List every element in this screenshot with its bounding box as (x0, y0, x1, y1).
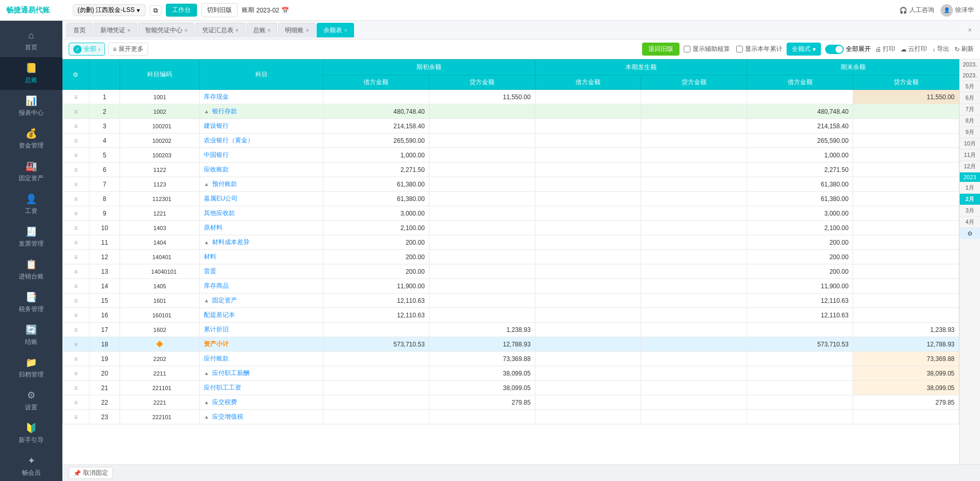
row-name-link-11[interactable]: 材料 (204, 253, 216, 260)
expand-icon-10[interactable]: ▲ (204, 239, 209, 245)
row-settings-13[interactable]: ≡ (63, 279, 89, 293)
row-settings-15[interactable]: ≡ (63, 308, 89, 323)
tab-balance[interactable]: 余额表 × (317, 23, 354, 37)
row-name-link-9[interactable]: 原材料 (204, 224, 223, 231)
tab-smart-voucher-close[interactable]: × (185, 28, 188, 33)
row-name-0[interactable]: 库存现金 (200, 90, 323, 104)
refresh-button[interactable]: ↻ 刷新 (955, 45, 974, 54)
row-name-4[interactable]: 中国银行 (200, 148, 323, 163)
sidebar-item-member[interactable]: ✦ 畅会员 (0, 450, 62, 481)
row-name-link-2[interactable]: 建设银行 (204, 122, 229, 129)
consult-button[interactable]: 🎧 人工咨询 (899, 6, 934, 15)
row-settings-22[interactable]: ≡ (63, 410, 89, 424)
row-name-6[interactable]: ▲ 预付账款 (200, 177, 323, 192)
row-settings-2[interactable]: ≡ (63, 119, 89, 133)
row-name-8[interactable]: 其他应收款 (200, 206, 323, 221)
month-9[interactable]: 9月 (960, 127, 980, 138)
tab-smart-voucher[interactable]: 智能凭证中心 × (138, 23, 194, 37)
row-settings-7[interactable]: ≡ (63, 192, 89, 206)
row-settings-0[interactable]: ≡ (63, 90, 89, 104)
expand-icon-22[interactable]: ▲ (204, 414, 209, 420)
sidebar-item-fixed-assets[interactable]: 🏭 固定资产 (0, 155, 62, 188)
row-name-link-19[interactable]: 应付职工薪酬 (212, 369, 250, 377)
tab-voucher-summary[interactable]: 凭证汇总表 × (195, 23, 245, 37)
show-ytd-checkbox[interactable]: 显示本年累计 (736, 45, 782, 54)
row-name-21[interactable]: ▲ 应交税费 (200, 395, 323, 410)
row-settings-8[interactable]: ≡ (63, 206, 89, 221)
month-2-current[interactable]: 2月 (960, 194, 980, 205)
month-12[interactable]: 12月 (960, 161, 980, 172)
sidebar-item-settings[interactable]: ⚙ 设置 (0, 384, 62, 417)
month-4[interactable]: 4月 (960, 217, 980, 228)
workbench-button[interactable]: 工作台 (166, 4, 197, 17)
row-name-link-7[interactable]: 嘉属EU公司 (204, 195, 238, 202)
cloud-print-button[interactable]: ☁ 云打印 (900, 45, 927, 54)
month-6[interactable]: 6月 (960, 92, 980, 104)
sidebar-item-home[interactable]: ⌂ 首页 (0, 25, 62, 57)
sidebar-item-settlement[interactable]: 🔄 结账 (0, 319, 62, 352)
header-settings[interactable]: ⚙ (63, 60, 89, 90)
row-name-link-15[interactable]: 配提差记本 (204, 311, 235, 318)
row-name-14[interactable]: ▲ 固定资产 (200, 293, 323, 308)
month-3[interactable]: 3月 (960, 205, 980, 217)
sidebar-item-ledger[interactable]: 📒 总账 (0, 57, 62, 90)
row-settings-19[interactable]: ≡ (63, 366, 89, 381)
month-1[interactable]: 1月 (960, 182, 980, 194)
expand-icon-1[interactable]: ▲ (204, 109, 209, 114)
tab-detail-ledger-close[interactable]: × (306, 28, 309, 33)
month-10[interactable]: 10月 (960, 138, 980, 150)
tab-detail-ledger[interactable]: 明细账 × (278, 23, 316, 37)
row-name-5[interactable]: 应收账款 (200, 163, 323, 177)
row-name-link-13[interactable]: 库存商品 (204, 282, 229, 289)
nav-expand-btn[interactable]: ⊙ (960, 228, 980, 239)
sidebar-item-sales[interactable]: 📋 进销台账 (0, 253, 62, 286)
row-name-20[interactable]: 应付职工工资 (200, 381, 323, 395)
row-settings-4[interactable]: ≡ (63, 148, 89, 163)
row-settings-14[interactable]: ≡ (63, 293, 89, 308)
row-name-link-6[interactable]: 预付账款 (212, 180, 237, 188)
row-settings-20[interactable]: ≡ (63, 381, 89, 395)
row-settings-5[interactable]: ≡ (63, 163, 89, 177)
row-settings-12[interactable]: ≡ (63, 264, 89, 279)
expand-icon-21[interactable]: ▲ (204, 399, 209, 405)
tab-home[interactable]: 首页 (67, 23, 93, 37)
all-filter-button[interactable]: ✓ 全部 › (69, 43, 105, 56)
row-settings-10[interactable]: ≡ (63, 235, 89, 250)
year-2023-top[interactable]: 2023. (960, 59, 980, 70)
sidebar-item-invoice[interactable]: 🧾 发票管理 (0, 221, 62, 253)
row-name-10[interactable]: ▲ 材料成本差异 (200, 235, 323, 250)
unpin-button[interactable]: 📌 取消固定 (69, 467, 113, 479)
expand-icon-6[interactable]: ▲ (204, 181, 209, 187)
user-profile[interactable]: 👤 徐泽华 (940, 4, 974, 17)
format-button[interactable]: 全额式 ▾ (787, 43, 821, 56)
sidebar-item-salary[interactable]: 👤 工资 (0, 188, 62, 221)
row-name-16[interactable]: 累计折旧 (200, 323, 323, 337)
row-settings-11[interactable]: ≡ (63, 250, 89, 264)
sidebar-item-report[interactable]: 📊 报表中心 (0, 90, 62, 123)
row-settings-17[interactable]: ≡ (63, 337, 89, 352)
sidebar-item-archive[interactable]: 📁 归档管理 (0, 352, 62, 384)
show-aux-checkbox[interactable]: 显示辅助核算 (684, 45, 730, 54)
expand-icon-19[interactable]: ▲ (204, 370, 209, 376)
export-button[interactable]: ↓ 导出 (932, 45, 949, 54)
row-name-7[interactable]: 嘉属EU公司 (200, 192, 323, 206)
toggle-switch-input[interactable] (825, 45, 844, 54)
row-settings-9[interactable]: ≡ (63, 221, 89, 235)
sidebar-item-funds[interactable]: 💰 资金管理 (0, 123, 62, 155)
row-name-link-18[interactable]: 应付账款 (204, 355, 229, 362)
row-name-1[interactable]: ▲ 银行存款 (200, 104, 323, 119)
tab-new-voucher-close[interactable]: × (127, 28, 130, 33)
row-name-11[interactable]: 材料 (200, 250, 323, 264)
row-settings-18[interactable]: ≡ (63, 352, 89, 366)
row-settings-6[interactable]: ≡ (63, 177, 89, 192)
row-settings-1[interactable]: ≡ (63, 104, 89, 119)
return-old-version-button[interactable]: 退回旧版 (642, 43, 680, 56)
row-name-2[interactable]: 建设银行 (200, 119, 323, 133)
row-name-19[interactable]: ▲ 应付职工薪酬 (200, 366, 323, 381)
row-name-9[interactable]: 原材料 (200, 221, 323, 235)
row-settings-3[interactable]: ≡ (63, 133, 89, 148)
row-settings-21[interactable]: ≡ (63, 395, 89, 410)
row-name-link-4[interactable]: 中国银行 (204, 151, 229, 158)
row-name-link-21[interactable]: 应交税费 (212, 398, 237, 406)
year-2023-2[interactable]: 2023. (960, 70, 980, 81)
